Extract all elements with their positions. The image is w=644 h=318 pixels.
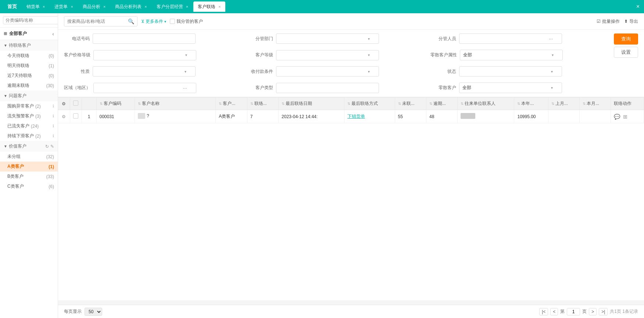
close-product-analysis-tab[interactable]: ×	[103, 4, 105, 9]
tab-product-list[interactable]: 商品分析列表 ×	[111, 1, 151, 12]
info-icon-2[interactable]: ℹ	[53, 114, 54, 119]
info-icon-3[interactable]: ℹ	[53, 124, 54, 128]
sidebar-item-overdue[interactable]: 逾期未联络 (30)	[0, 81, 58, 91]
row-gear-icon[interactable]: ⚙	[62, 114, 66, 119]
row-checkbox[interactable]	[70, 110, 82, 123]
sidebar-item-unclassified[interactable]: 未分组 (32)	[0, 152, 58, 162]
price-level-select[interactable]: ▾	[93, 50, 196, 60]
region-select[interactable]: ···	[93, 83, 196, 93]
chat-icon[interactable]: 💬	[614, 114, 620, 120]
sort-icon-no-contact[interactable]: ⇅	[398, 102, 401, 106]
cust-type-select[interactable]	[276, 83, 379, 93]
cust-level-select[interactable]: ▾	[276, 50, 379, 60]
search-button[interactable]: 查询	[614, 33, 638, 45]
export-button[interactable]: ⬆ 导出	[624, 18, 638, 25]
search-icon[interactable]: 🔍	[128, 18, 134, 24]
next-page-button[interactable]: >	[589, 308, 597, 315]
tab-home[interactable]: 首页	[3, 1, 21, 12]
sort-icon-contact[interactable]: ⇅	[250, 102, 253, 106]
page-number-input[interactable]	[567, 308, 580, 315]
row-check-icon[interactable]	[73, 113, 78, 119]
sort-icon-overdue[interactable]: ⇅	[429, 102, 432, 106]
sort-icon-tmonth[interactable]: ⇅	[583, 102, 586, 106]
close-product-list-tab[interactable]: ×	[144, 4, 147, 9]
my-customers-check-icon[interactable]	[170, 19, 175, 24]
sort-icon-level[interactable]: ⇅	[219, 102, 222, 106]
close-customer-tier-tab[interactable]: ×	[186, 4, 188, 9]
horizontal-scrollbar[interactable]	[58, 300, 644, 305]
sort-icon-name[interactable]: ⇅	[138, 102, 141, 106]
sidebar-all-customers[interactable]: ⊞ 全部客户 ‹	[0, 28, 58, 40]
sort-icon-lmonth[interactable]: ⇅	[551, 102, 554, 106]
sidebar-item-b-class[interactable]: B类客户 (33)	[0, 172, 58, 181]
sidebar-search-input[interactable]	[3, 16, 58, 24]
sidebar-item-declining[interactable]: 持续下滑客户 (2) ℹ	[0, 131, 58, 141]
filter-nature: 性质 ▾	[64, 66, 244, 77]
tab-customer-contact[interactable]: 客户联络 ×	[193, 1, 225, 12]
search-input[interactable]	[67, 19, 126, 24]
sidebar-item-tomorrow[interactable]: 明天待联络 (1)	[0, 61, 58, 71]
info-icon-1[interactable]: ℹ	[53, 104, 54, 109]
sidebar-item-hoarding[interactable]: 囤购异常客户 (2) ℹ	[0, 101, 58, 111]
edit-icon[interactable]: ✎	[50, 144, 54, 149]
sort-icon-method[interactable]: ⇅	[347, 102, 350, 106]
page-size-select[interactable]: 50	[85, 308, 102, 316]
close-purchase-tab[interactable]: ×	[71, 4, 73, 9]
tab-sales[interactable]: 销货单 ×	[22, 1, 49, 12]
nature-select[interactable]: ▾	[93, 66, 196, 77]
sidebar-item-a-class[interactable]: A类客户 (1)	[0, 162, 58, 172]
tab-product-analysis[interactable]: 商品分析 ×	[78, 1, 110, 12]
sort-icon-date[interactable]: ⇅	[282, 102, 285, 106]
col-checkbox[interactable]	[70, 98, 82, 110]
close-customer-contact-tab[interactable]: ×	[218, 4, 221, 9]
chevron-down-icon: ▾	[164, 20, 166, 24]
last-page-button[interactable]: >|	[599, 308, 608, 315]
select-all-checkbox[interactable]	[73, 100, 78, 106]
sort-icon[interactable]: ⇅	[100, 102, 103, 106]
sidebar-item-churned[interactable]: 已流失客户 (24) ℹ	[0, 121, 58, 131]
chevron-down-icon-dept: ▾	[368, 37, 370, 41]
status-select[interactable]: ▾	[459, 66, 562, 77]
retail-cust-select[interactable]: 全部 ▾	[459, 82, 562, 93]
retail-attr-select[interactable]: 全部 ▾	[460, 50, 563, 60]
dots-icon-region[interactable]: ···	[183, 85, 187, 91]
dots-icon-person[interactable]: ···	[549, 36, 553, 42]
tab-customer-tier[interactable]: 客户分层经营 ×	[152, 1, 193, 12]
window-close-button[interactable]: ×	[636, 3, 640, 10]
col-settings[interactable]: ⚙	[58, 98, 70, 110]
person-select[interactable]: ···	[459, 33, 562, 44]
sidebar-item-7days[interactable]: 近7天待联络 (0)	[0, 71, 58, 81]
sidebar-item-today[interactable]: 今天待联络 (0)	[0, 51, 58, 61]
search-input-wrapper: 🔍	[64, 16, 137, 26]
col-name: ⇅ 客户名称	[135, 98, 216, 110]
tab-purchase[interactable]: 进货单 ×	[50, 1, 77, 12]
first-page-button[interactable]: |<	[539, 308, 548, 315]
phone-input[interactable]	[93, 33, 196, 44]
sidebar-item-churn-warning[interactable]: 流失预警客户 (3) ℹ	[0, 111, 58, 121]
gear-icon[interactable]: ⚙	[62, 101, 66, 106]
top-nav: 首页 销货单 × 进货单 × 商品分析 × 商品分析列表 × 客户分层经营 × …	[0, 0, 644, 13]
row-gear[interactable]: ⚙	[58, 110, 70, 123]
prev-page-button[interactable]: <	[550, 308, 558, 315]
settings-button[interactable]: 设置	[614, 47, 638, 58]
my-customers-checkbox[interactable]: 我分管的客户	[170, 18, 203, 25]
payment-select[interactable]: ▾	[276, 66, 379, 77]
sidebar-item-c-class[interactable]: C类客户 (6)	[0, 181, 58, 191]
row-this-year: 10995.00	[514, 110, 548, 123]
sidebar-collapse-button[interactable]: ‹	[52, 31, 54, 37]
row-last-date: 2023-04-12 14:44:	[279, 110, 344, 123]
info-icon-4[interactable]: ℹ	[53, 134, 54, 138]
more-filter-button[interactable]: ⊻ 更多条件 ▾	[141, 18, 166, 25]
row-last-method[interactable]: 下销货单	[344, 110, 395, 123]
qr-icon[interactable]: ⊞	[623, 114, 627, 120]
close-sales-tab[interactable]: ×	[43, 4, 45, 9]
dept-select[interactable]: ▾	[276, 33, 379, 44]
last-method-link[interactable]: 下销货单	[347, 114, 365, 119]
sidebar-group-pending[interactable]: ▼ 待联络客户	[0, 40, 58, 51]
sidebar-group-value[interactable]: ▼ 价值客户 ↻ ✎	[0, 141, 58, 152]
sidebar-group-problem[interactable]: ▼ 问题客户	[0, 91, 58, 101]
sort-icon-year[interactable]: ⇅	[517, 102, 520, 106]
batch-operation-button[interactable]: ☑ 批量操作	[597, 18, 620, 25]
sort-icon-unit[interactable]: ⇅	[461, 102, 464, 106]
refresh-icon[interactable]: ↻	[45, 144, 49, 149]
